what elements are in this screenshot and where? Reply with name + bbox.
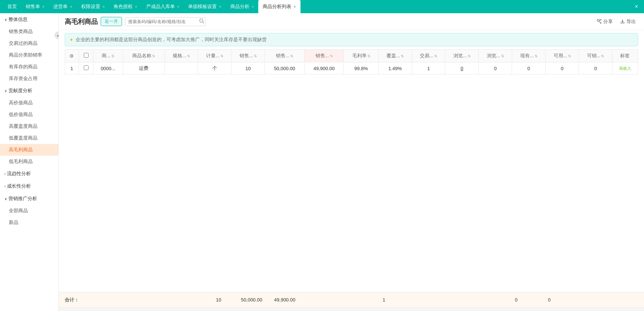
sidebar-item-stock-capital[interactable]: 库存资金占用: [0, 73, 58, 84]
col-browse1[interactable]: 浏览... ⇅: [445, 50, 479, 62]
svg-point-5: [600, 19, 601, 21]
sidebar-section-overall[interactable]: ∨ 整体信息: [0, 13, 58, 26]
cell-gross-rate: 99.8%: [344, 62, 378, 75]
sidebar-item-sales-goods[interactable]: 销售类商品: [0, 26, 58, 37]
page-title: 高毛利商品: [65, 17, 98, 26]
col-coverage[interactable]: 覆盖... ⇅: [378, 50, 412, 62]
export-button[interactable]: 导出: [618, 17, 638, 26]
sidebar-section-contribution[interactable]: ∨ 贡献度分析: [0, 84, 58, 97]
close-permission-tab[interactable]: ×: [102, 4, 105, 9]
footer-sales-qty: 10: [208, 297, 230, 303]
close-purchase-tab[interactable]: ×: [70, 4, 72, 9]
cell-browse1[interactable]: 0: [445, 62, 479, 75]
svg-rect-2: [597, 19, 599, 21]
tip-icon: ✦: [69, 37, 73, 43]
col-saleable-stock[interactable]: 可销... ⇅: [579, 50, 612, 62]
footer-summary: 合计： 10 50,000.00 49,900.00 1 0 0: [59, 292, 644, 307]
sort-gross-rate-icon: ⇅: [367, 54, 370, 58]
nav-tab-role[interactable]: 角色授权 ×: [109, 0, 141, 13]
close-template-tab[interactable]: ×: [219, 4, 221, 9]
nav-tab-purchase[interactable]: 进货单 ×: [49, 0, 76, 13]
cell-tag: 高收入: [612, 62, 638, 75]
sidebar: « ∨ 整体信息 销售类商品 交易过的商品 商品分类助销率 有库存的商品 库存资…: [0, 13, 59, 311]
sort-code-icon: ⇅: [111, 54, 114, 58]
main-layout: « ∨ 整体信息 销售类商品 交易过的商品 商品分类助销率 有库存的商品 库存资…: [0, 13, 644, 311]
cell-index: 1: [65, 62, 79, 75]
cell-sales-amount: 50,000.00: [265, 62, 305, 75]
sort-unit-icon: ⇅: [220, 54, 223, 58]
share-button[interactable]: 分享: [595, 17, 615, 26]
col-checkbox[interactable]: [79, 50, 93, 62]
col-unit[interactable]: 计量... ⇅: [198, 50, 231, 62]
search-input[interactable]: [125, 17, 206, 26]
sidebar-section-growth[interactable]: › 成长性分析: [0, 180, 58, 192]
sidebar-item-in-stock[interactable]: 有库存的商品: [0, 61, 58, 73]
search-button[interactable]: [199, 18, 204, 25]
close-role-tab[interactable]: ×: [135, 4, 137, 9]
col-code[interactable]: 商... ⇅: [93, 50, 123, 62]
nav-tab-permission[interactable]: 权限设置 ×: [77, 0, 109, 13]
svg-line-1: [203, 22, 204, 23]
sort-current-stock-icon: ⇅: [535, 54, 537, 58]
col-sales-amount[interactable]: 销售... ⇅: [265, 50, 305, 62]
sort-sales-profit-icon: ⇅: [330, 54, 333, 58]
col-name[interactable]: 商品名称 ⇅: [123, 50, 165, 62]
col-sales-profit[interactable]: 销售... ⇅: [304, 50, 344, 62]
cell-spec: [165, 62, 198, 75]
nav-tab-analysis[interactable]: 商品分析 ×: [226, 0, 258, 13]
sidebar-item-category-rate[interactable]: 商品分类助销率: [0, 49, 58, 61]
cell-name: 运费: [123, 62, 165, 75]
sidebar-item-low-value[interactable]: 低价值商品: [0, 109, 58, 120]
footer-saleable-stock: 0: [538, 297, 560, 303]
col-sales-qty[interactable]: 销售... ⇅: [231, 50, 265, 62]
svg-point-6: [600, 22, 601, 23]
cell-code: 0000...: [93, 62, 123, 75]
footer-sales-profit: 49,900.00: [274, 297, 296, 303]
col-browse2[interactable]: 浏览... ⇅: [479, 50, 512, 62]
close-all-button[interactable]: ×: [632, 3, 641, 10]
col-settings[interactable]: ⚙: [65, 50, 79, 62]
col-current-stock[interactable]: 现有... ⇅: [512, 50, 546, 62]
select-all-checkbox[interactable]: [84, 53, 89, 58]
nav-tab-home[interactable]: 首页: [3, 0, 21, 13]
footer-transaction: 1: [373, 297, 395, 303]
sort-saleable-stock-icon: ⇅: [601, 54, 604, 58]
nav-tab-product-stock[interactable]: 产成品入库单 ×: [142, 0, 184, 13]
section-arrow-marketing: ∨: [4, 197, 7, 201]
row-checkbox[interactable]: [84, 65, 89, 70]
col-gross-rate[interactable]: 毛利率 ⇅: [344, 50, 378, 62]
cell-checkbox[interactable]: [79, 62, 93, 75]
col-spec[interactable]: 规格... ⇅: [165, 50, 198, 62]
col-available-stock[interactable]: 可用... ⇅: [546, 50, 579, 62]
sidebar-item-low-coverage[interactable]: 低覆盖度商品: [0, 132, 58, 144]
table-row: 1 0000... 运费 个 10 50,000.00 49,900.00 99…: [65, 62, 638, 75]
bottom-scrollbar[interactable]: [59, 307, 644, 311]
table-container[interactable]: ⚙ 商... ⇅ 商品名称: [59, 49, 644, 292]
nav-tab-sales[interactable]: 销售单 ×: [21, 0, 49, 13]
sidebar-item-traded-goods[interactable]: 交易过的商品: [0, 37, 58, 49]
sidebar-item-new-goods[interactable]: 新品: [0, 217, 58, 228]
section-arrow-contribution: ∨: [4, 89, 7, 93]
footer-available-stock: 0: [505, 297, 527, 303]
sidebar-item-high-margin[interactable]: 高毛利商品: [0, 144, 58, 156]
sidebar-item-low-margin[interactable]: 低毛利商品: [0, 156, 58, 167]
sort-browse1-icon: ⇅: [468, 54, 471, 58]
close-analysis-tab[interactable]: ×: [252, 4, 254, 9]
close-sales-tab[interactable]: ×: [42, 4, 44, 9]
sort-sales-amount-icon: ⇅: [290, 54, 293, 58]
sidebar-item-high-value[interactable]: 高价值商品: [0, 97, 58, 109]
sidebar-section-trend[interactable]: › 流趋性分析: [0, 167, 58, 180]
cell-saleable-stock: 0: [579, 62, 612, 75]
sidebar-section-marketing[interactable]: ∨ 营销推广分析: [0, 192, 58, 205]
sort-transaction-icon: ⇅: [434, 54, 437, 58]
col-transaction[interactable]: 交易... ⇅: [412, 50, 445, 62]
sort-available-stock-icon: ⇅: [568, 54, 571, 58]
nav-tab-template[interactable]: 单据模板设置 ×: [184, 0, 226, 13]
filter-recent-month[interactable]: 近一月: [101, 17, 122, 26]
content-header: 高毛利商品 近一月 分享: [59, 13, 644, 30]
sidebar-item-high-coverage[interactable]: 高覆盖度商品: [0, 120, 58, 132]
close-analysis-list-tab[interactable]: ×: [294, 4, 296, 9]
close-product-stock-tab[interactable]: ×: [177, 4, 179, 9]
nav-tab-analysis-list[interactable]: 商品分析列表 ×: [258, 0, 300, 13]
sidebar-item-all-goods[interactable]: 全部商品: [0, 205, 58, 217]
